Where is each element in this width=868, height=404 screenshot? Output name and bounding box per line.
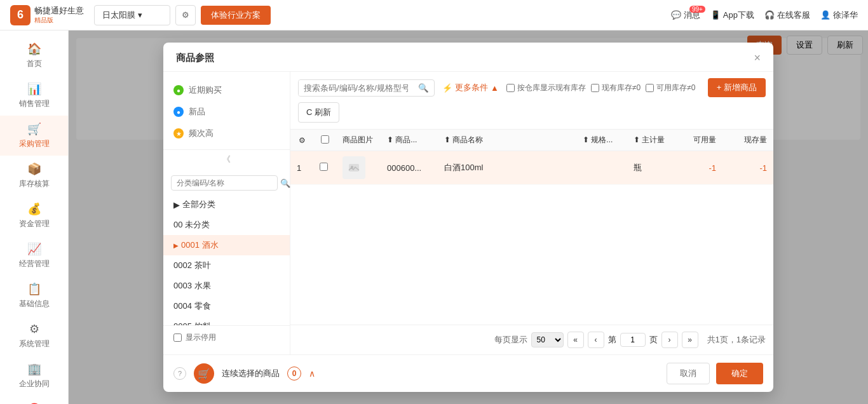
footer-collapse-icon[interactable]: ∧ <box>309 368 315 379</box>
table-header: ⚙ 商品图片 ⬆ 商品... <box>290 130 773 151</box>
category-list: ▶ 全部分类 00 未分类 ▶ 0001 酒水 0002 茶 <box>163 194 290 325</box>
online-service-nav[interactable]: 🎧 在线客服 <box>764 10 810 21</box>
dialog-left-panel: ● 近期购买 ● 新品 ★ 频次高 <box>163 72 290 354</box>
refresh-button[interactable]: C 刷新 <box>298 102 339 123</box>
product-reference-dialog: 商品参照 × ● 近期购买 ● 新 <box>163 43 773 392</box>
confirm-button[interactable]: 确定 <box>716 363 763 384</box>
category-search-input[interactable] <box>171 175 278 191</box>
product-search-wrap: 🔍 <box>298 79 435 97</box>
inventory-icon: 📦 <box>27 162 41 176</box>
user-menu[interactable]: 👤 徐泽华 <box>820 10 858 21</box>
page-number-input[interactable] <box>620 333 646 347</box>
sidebar-item-basic[interactable]: 📋 基础信息 <box>0 276 68 316</box>
filter-icon: ⚡ <box>442 83 452 93</box>
avail-ne0-checkbox[interactable] <box>646 84 654 92</box>
sidebar-item-sales[interactable]: 📊 销售管理 <box>0 76 68 116</box>
next-page-button[interactable]: › <box>661 332 678 348</box>
show-disabled-checkbox[interactable] <box>173 333 182 342</box>
td-avail: -1 <box>672 151 722 185</box>
product-image <box>342 156 365 179</box>
cat-0001-arrow: ▶ <box>173 242 179 249</box>
th-unit[interactable]: ⬆ 主计量 <box>627 130 672 151</box>
headset-icon: 🎧 <box>764 10 775 20</box>
sidebar-item-guide[interactable]: 🎯 新手引导 <box>0 396 68 404</box>
trial-button[interactable]: 体验行业方案 <box>201 6 271 25</box>
row-checkbox[interactable] <box>320 163 328 171</box>
cart-button[interactable]: 🛒 <box>194 363 214 384</box>
last-page-button[interactable]: » <box>682 332 698 348</box>
sidebar: 🏠 首页 📊 销售管理 🛒 采购管理 📦 库存核算 💰 资金管理 📈 经营管理 … <box>0 30 69 404</box>
sidebar-item-business[interactable]: 📈 经营管理 <box>0 236 68 276</box>
dialog-footer: ? 🛒 连续选择的商品 0 ∧ 取消 确定 <box>163 354 773 392</box>
td-unit: 瓶 <box>627 151 672 185</box>
th-settings[interactable]: ⚙ <box>290 130 313 151</box>
messages-nav[interactable]: 💬 消息 99+ <box>671 10 700 21</box>
nav-new[interactable]: ● 新品 <box>163 101 290 123</box>
home-icon: 🏠 <box>27 42 41 56</box>
sidebar-item-inventory[interactable]: 📦 库存核算 <box>0 156 68 196</box>
page-label-pre: 第 <box>608 334 616 346</box>
sidebar-item-enterprise[interactable]: 🏢 企业协同 <box>0 356 68 396</box>
help-icon[interactable]: ? <box>173 367 186 380</box>
filter-arrow-icon: ▲ <box>491 83 499 93</box>
settings-icon[interactable]: ⚙ <box>175 5 196 25</box>
th-spec[interactable]: ⬆ 规格... <box>576 130 627 151</box>
stock-ne0-label[interactable]: 现有库存≠0 <box>591 83 641 93</box>
store-selector[interactable]: 日太阳膜 ▾ <box>94 5 170 25</box>
prev-page-button[interactable]: ‹ <box>588 332 604 348</box>
cat-0005[interactable]: 0005 饮料 <box>163 316 290 325</box>
recent-dot: ● <box>173 85 184 95</box>
avail-ne0-label[interactable]: 可用库存≠0 <box>646 83 695 93</box>
nav-recent[interactable]: ● 近期购买 <box>163 79 290 101</box>
stock-ne0-checkbox[interactable] <box>591 84 599 92</box>
first-page-button[interactable]: « <box>567 332 584 348</box>
dialog-title: 商品参照 <box>176 52 214 64</box>
sales-icon: 📊 <box>27 82 41 96</box>
cat-0002[interactable]: 0002 茶叶 <box>163 255 290 276</box>
freq-dot: ★ <box>173 128 184 138</box>
logo-text: 畅捷通好生意 精品版 <box>34 6 84 25</box>
cat-0003[interactable]: 0003 水果 <box>163 276 290 296</box>
nav-frequent[interactable]: ★ 频次高 <box>163 123 290 144</box>
page-label-post: 页 <box>649 334 658 346</box>
finance-icon: 💰 <box>27 202 41 216</box>
footer-left: ? 🛒 连续选择的商品 0 ∧ <box>173 363 315 384</box>
select-all-checkbox[interactable] <box>321 135 329 144</box>
th-stock: 现存量 <box>722 130 773 151</box>
sidebar-item-purchase[interactable]: 🛒 采购管理 <box>0 116 68 156</box>
app-download-nav[interactable]: 📱 App下载 <box>710 10 754 21</box>
cancel-button[interactable]: 取消 <box>667 363 710 384</box>
th-name[interactable]: ⬆ 商品名称 <box>438 130 576 151</box>
th-code[interactable]: ⬆ 商品... <box>381 130 438 151</box>
table-row[interactable]: 1 <box>290 151 773 185</box>
page-size-select[interactable]: 50 10 20 100 <box>531 332 564 347</box>
sidebar-item-home[interactable]: 🏠 首页 <box>0 36 68 76</box>
modal-overlay: 商品参照 × ● 近期购买 ● 新 <box>69 30 868 404</box>
product-search-button[interactable]: 🔍 <box>413 80 434 96</box>
sidebar-item-finance[interactable]: 💰 资金管理 <box>0 196 68 236</box>
cat-0001[interactable]: ▶ 0001 酒水 <box>163 235 290 255</box>
category-search-row: 🔍 <box>163 172 290 194</box>
purchase-icon: 🛒 <box>27 122 41 136</box>
warehouse-checkbox-label[interactable]: 按仓库显示现有库存 <box>506 83 586 93</box>
warehouse-checkbox[interactable] <box>506 84 515 92</box>
th-avail[interactable]: 可用量 <box>672 130 722 151</box>
category-search-icon[interactable]: 🔍 <box>280 178 290 188</box>
top-navbar: 6 畅捷通好生意 精品版 日太阳膜 ▾ ⚙ 体验行业方案 💬 消息 99+ 📱 … <box>0 0 868 30</box>
product-search-input[interactable] <box>299 80 413 96</box>
td-num: 1 <box>290 151 313 185</box>
dialog-close-button[interactable]: × <box>754 51 761 65</box>
cat-uncategorized[interactable]: 00 未分类 <box>163 215 290 235</box>
add-product-button[interactable]: + 新增商品 <box>708 78 766 97</box>
app-body: 🏠 首页 📊 销售管理 🛒 采购管理 📦 库存核算 💰 资金管理 📈 经营管理 … <box>0 30 868 404</box>
basic-icon: 📋 <box>27 282 41 296</box>
cat-0004[interactable]: 0004 零食 <box>163 296 290 316</box>
sidebar-item-system[interactable]: ⚙ 系统管理 <box>0 316 68 356</box>
cat-all[interactable]: ▶ 全部分类 <box>163 194 290 215</box>
nav-right: 💬 消息 99+ 📱 App下载 🎧 在线客服 👤 徐泽华 <box>671 10 858 21</box>
more-filter-button[interactable]: ⚡ 更多条件 ▲ <box>440 79 501 96</box>
selection-count: 0 <box>287 367 301 380</box>
collapse-button[interactable]: 《 <box>163 149 290 169</box>
filter-bar: 🔍 ⚡ 更多条件 ▲ 按仓库显示现有库存 <box>290 72 773 130</box>
new-dot: ● <box>173 107 184 117</box>
